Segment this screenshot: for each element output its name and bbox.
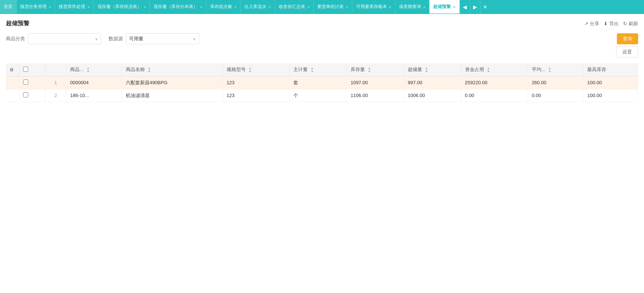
nav-prev-arrow[interactable]: ◀ (460, 0, 470, 14)
row-gear-cell (6, 89, 19, 102)
tab-inout-flow[interactable]: 出入库流水 × (241, 0, 275, 14)
col-row-num (45, 63, 66, 76)
nav-next-arrow[interactable]: ▶ (470, 0, 480, 14)
select-all-checkbox[interactable] (23, 67, 28, 72)
tab-quality-period-close[interactable]: × (423, 5, 425, 9)
col-max-stock: 最高库存 (583, 63, 638, 76)
tab-inventory-dist-label: 现存量（库存分布表） (154, 4, 198, 10)
tab-overstock-warn-close[interactable]: × (453, 5, 455, 9)
tab-quality-period[interactable]: 保质期查询 × (395, 0, 429, 14)
col-overstock-label: 超储量 (408, 67, 422, 72)
row-num-cell: 2 (45, 89, 66, 102)
col-inventory-label: 库存量 (351, 67, 365, 72)
tab-abnormal-label: 拣货异常处理 (59, 4, 85, 10)
tab-inventory-status-close[interactable]: × (144, 5, 146, 9)
col-capital: 资金占用 ▲▼ (461, 63, 528, 76)
gear-icon[interactable]: ⚙ (10, 67, 14, 73)
datasource-label: 数据源 (109, 36, 123, 42)
tab-available-account-close[interactable]: × (389, 5, 391, 9)
row-product-code: 186-10... (66, 89, 122, 102)
tab-available-account[interactable]: 可用量库存账本 × (352, 0, 395, 14)
tab-batch-account[interactable]: 库存批次账 × (206, 0, 241, 14)
export-button[interactable]: ⬇ 导出 (604, 21, 619, 27)
col-product-code: 商品... ▲▼ (66, 63, 122, 76)
col-unit-sort-icon[interactable]: ▲▼ (311, 67, 314, 73)
row-overstock: 997.00 (404, 76, 461, 89)
col-product-name-sort-icon[interactable]: ▲▼ (147, 67, 151, 73)
category-select[interactable]: ∨ (28, 33, 101, 44)
share-button[interactable]: ↗ 分享 (584, 21, 599, 27)
col-product-name-label: 商品名称 (126, 67, 145, 72)
tab-batch-account-label: 库存批次账 (210, 4, 232, 10)
category-label: 商品分类 (6, 36, 25, 42)
nav-close-arrow[interactable]: ✕ (480, 0, 490, 14)
main-content: 超储预警 ↗ 分享 ⬇ 导出 ↻ 刷新 商品分类 ∨ (0, 14, 644, 293)
row-checkbox-0[interactable] (23, 79, 28, 85)
datasource-filter-item: 数据源 可用量 ∨ (109, 33, 199, 44)
tab-task-mgmt-label: 拣货任务管理 (20, 4, 47, 10)
col-capital-sort-icon[interactable]: ▲▼ (487, 67, 490, 73)
tab-overstock-warn[interactable]: 超储预警 × (429, 0, 459, 14)
tab-order-stat-label: 要货单统计表 (317, 4, 344, 10)
row-product-name: 机油滤清器 (122, 89, 223, 102)
share-label: 分享 (590, 21, 599, 27)
tab-inventory-dist-close[interactable]: × (200, 5, 202, 9)
col-avg-label: 平均... (532, 67, 545, 72)
tab-available-account-label: 可用量库存账本 (356, 4, 387, 10)
row-unit: 套 (290, 76, 347, 89)
tab-inventory-dist[interactable]: 现存量（库存分布表） × (150, 0, 206, 14)
row-product-name: 六配套新昌490BPG (122, 76, 223, 89)
tab-collect-summary-label: 收发存汇总表 (279, 4, 305, 10)
tab-collect-summary[interactable]: 收发存汇总表 × (275, 0, 314, 14)
tab-task-mgmt-close[interactable]: × (49, 5, 51, 9)
col-gear: ⚙ (6, 63, 19, 76)
table-row: 2 186-10... 机油滤清器 123 个 1106.00 1006.00 … (6, 89, 638, 102)
row-max-stock: 100.00 (583, 89, 638, 102)
tab-home[interactable]: 首页 (0, 0, 17, 14)
datasource-select[interactable]: 可用量 ∨ (126, 33, 199, 44)
category-chevron-icon: ∨ (95, 37, 98, 41)
row-gear-cell (6, 76, 19, 89)
col-spec: 规格型号 ▲▼ (223, 63, 289, 76)
col-product-code-label: 商品... (70, 67, 84, 72)
col-inventory-sort-icon[interactable]: ▲▼ (368, 67, 371, 73)
col-overstock: 超储量 ▲▼ (404, 63, 461, 76)
col-checkbox (19, 63, 45, 76)
refresh-button[interactable]: ↻ 刷新 (623, 21, 638, 27)
col-capital-label: 资金占用 (465, 67, 484, 72)
col-max-stock-label: 最高库存 (587, 67, 606, 72)
table-row: 1 0000004 六配套新昌490BPG 123 套 1097.00 997.… (6, 76, 638, 89)
row-avg: 260.00 (528, 76, 583, 89)
export-icon: ⬇ (604, 21, 608, 26)
tab-order-stat[interactable]: 要货单统计表 × (314, 0, 352, 14)
query-button[interactable]: 查询 (617, 33, 638, 44)
tab-inout-flow-close[interactable]: × (268, 5, 271, 9)
row-num-cell: 1 (45, 76, 66, 89)
settings-button[interactable]: 设置 (616, 47, 638, 58)
export-label: 导出 (609, 21, 619, 27)
tab-collect-summary-close[interactable]: × (307, 5, 310, 9)
tab-task-mgmt[interactable]: 拣货任务管理 × (17, 0, 55, 14)
tab-inventory-status[interactable]: 现存量（库存状况表） × (94, 0, 150, 14)
col-product-code-sort-icon[interactable]: ▲▼ (87, 67, 90, 73)
page-title: 超储预警 (6, 20, 29, 27)
row-checkbox-1[interactable] (23, 92, 28, 97)
tab-order-stat-close[interactable]: × (346, 5, 348, 9)
tab-abnormal[interactable]: 拣货异常处理 × (55, 0, 94, 14)
tab-inventory-status-label: 现存量（库存状况表） (98, 4, 142, 10)
tab-abnormal-close[interactable]: × (87, 5, 89, 9)
col-unit: 主计量 ▲▼ (290, 63, 347, 76)
tab-batch-account-close[interactable]: × (234, 5, 237, 9)
row-inventory: 1106.00 (347, 89, 404, 102)
col-avg-sort-icon[interactable]: ▲▼ (548, 67, 551, 73)
row-product-code: 0000004 (66, 76, 122, 89)
refresh-label: 刷新 (629, 21, 638, 27)
row-spec: 123 (223, 76, 289, 89)
tab-quality-period-label: 保质期查询 (399, 4, 421, 10)
row-avg: 0.00 (528, 89, 583, 102)
refresh-icon: ↻ (623, 21, 627, 26)
col-overstock-sort-icon[interactable]: ▲▼ (425, 67, 428, 73)
col-spec-sort-icon[interactable]: ▲▼ (248, 67, 252, 73)
datasource-select-value: 可用量 (129, 36, 143, 42)
filter-selects: 商品分类 ∨ 数据源 可用量 ∨ (6, 33, 199, 44)
